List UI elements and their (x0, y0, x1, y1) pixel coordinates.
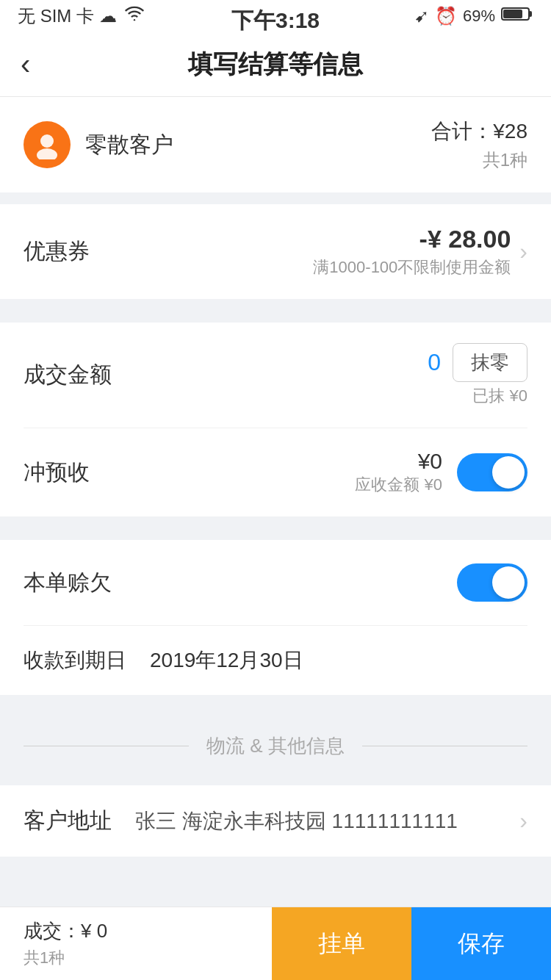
status-right: ➹ ⏰ 69% (414, 6, 533, 26)
status-time: 下午3:18 (231, 6, 320, 36)
customer-row: 零散客户 合计：¥28 共1种 (0, 97, 551, 192)
coupon-row[interactable]: 优惠券 -¥ 28.00 满1000-100不限制使用金额 › (0, 204, 551, 299)
location-icon: ➹ (414, 6, 429, 26)
deal-amount-sub: 已抹 ¥0 (472, 385, 527, 407)
deal-amount-value: 0 (428, 349, 441, 376)
save-button[interactable]: 保存 (411, 907, 551, 980)
alarm-icon: ⏰ (435, 6, 457, 26)
credit-label: 本单赊欠 (24, 568, 112, 598)
credit-row: 本单赊欠 (0, 540, 551, 625)
battery-icon (501, 6, 533, 26)
svg-rect-2 (529, 11, 532, 17)
svg-point-4 (40, 134, 54, 148)
credit-toggle-knob (492, 566, 525, 599)
deal-amount-label: 成交金额 (24, 360, 112, 390)
prepay-row: 冲预收 ¥0 应收金额 ¥0 (0, 428, 551, 516)
bottom-bar: 成交：¥ 0 共1种 挂单 保存 (0, 907, 551, 980)
due-date-value: 2019年12月30日 (150, 646, 303, 674)
bottom-deal-label: 成交： (24, 920, 81, 942)
address-section: 客户地址 张三 海淀永丰科技园 11111111111 › (0, 785, 551, 857)
page-title: 填写结算等信息 (188, 48, 363, 82)
bottom-deal-value: ¥ 0 (81, 920, 107, 942)
bottom-count: 共1种 (24, 947, 248, 969)
divider-line-right (362, 746, 527, 746)
coupon-text-block: -¥ 28.00 满1000-100不限制使用金额 (313, 225, 511, 278)
nav-bar: ‹ 填写结算等信息 (0, 32, 551, 97)
coupon-section[interactable]: 优惠券 -¥ 28.00 满1000-100不限制使用金额 › (0, 204, 551, 299)
logistics-label: 物流 & 其他信息 (206, 733, 345, 759)
due-date-row[interactable]: 收款到期日 2019年12月30日 (0, 626, 551, 695)
customer-left: 零散客户 (24, 121, 173, 168)
wifi-icon (124, 4, 145, 29)
separator-2 (0, 311, 551, 323)
status-bar: 无 SIM 卡 ☁ 下午3:18 ➹ ⏰ 69% (0, 0, 551, 32)
divider-line-left (24, 746, 189, 746)
deal-amount-row: 成交金额 0 抹零 已抹 ¥0 (0, 323, 551, 428)
total-amount: 合计：¥28 (431, 118, 527, 145)
svg-rect-3 (503, 10, 522, 18)
deal-amount-section: 成交金额 0 抹零 已抹 ¥0 冲预收 ¥0 应收金额 ¥0 (0, 323, 551, 516)
prepay-amount-block: ¥0 应收金额 ¥0 (355, 449, 442, 496)
prepay-amount: ¥0 (355, 449, 442, 474)
credit-toggle[interactable] (457, 563, 527, 602)
total-count: 共1种 (431, 148, 527, 172)
back-button[interactable]: ‹ (21, 48, 30, 81)
coupon-desc: 满1000-100不限制使用金额 (313, 256, 511, 278)
prepay-sub: 应收金额 ¥0 (355, 474, 442, 496)
separator-1 (0, 192, 551, 204)
address-chevron-icon: › (519, 807, 527, 835)
status-left: 无 SIM 卡 ☁ (18, 4, 145, 29)
due-date-label: 收款到期日 (24, 646, 126, 674)
svg-point-0 (134, 19, 135, 21)
deal-amount-right: 0 抹零 已抹 ¥0 (428, 343, 527, 407)
separator-4 (0, 707, 551, 718)
separator-5 (0, 774, 551, 785)
customer-name: 零散客户 (85, 130, 173, 160)
main-content: 零散客户 合计：¥28 共1种 优惠券 -¥ 28.00 满1000-100不限… (0, 97, 551, 980)
svg-point-5 (37, 148, 57, 159)
toggle-knob (492, 456, 525, 489)
round-zero-button[interactable]: 抹零 (453, 343, 527, 382)
bottom-deal-amount: 成交：¥ 0 (24, 918, 248, 944)
coupon-label: 优惠券 (24, 237, 90, 267)
coupon-amount: -¥ 28.00 (313, 225, 511, 253)
address-row[interactable]: 客户地址 张三 海淀永丰科技园 11111111111 › (0, 785, 551, 857)
bottom-info: 成交：¥ 0 共1种 (0, 907, 272, 980)
separator-3 (0, 528, 551, 540)
deal-amount-inline: 0 抹零 (428, 343, 527, 382)
customer-right: 合计：¥28 共1种 (431, 118, 527, 172)
address-label: 客户地址 (24, 806, 112, 836)
sim-status: 无 SIM 卡 ☁ (18, 4, 117, 28)
chevron-right-icon: › (519, 238, 527, 265)
avatar (24, 121, 71, 168)
prepay-right: ¥0 应收金额 ¥0 (355, 449, 527, 496)
address-value: 张三 海淀永丰科技园 11111111111 (135, 807, 516, 835)
prepay-label: 冲预收 (24, 458, 90, 488)
credit-section: 本单赊欠 收款到期日 2019年12月30日 (0, 540, 551, 695)
logistics-divider: 物流 & 其他信息 (0, 718, 551, 774)
coupon-right: -¥ 28.00 满1000-100不限制使用金额 › (313, 225, 527, 278)
hold-button[interactable]: 挂单 (272, 907, 411, 980)
customer-section: 零散客户 合计：¥28 共1种 (0, 97, 551, 192)
prepay-toggle[interactable] (457, 453, 527, 491)
battery-level: 69% (463, 7, 495, 26)
